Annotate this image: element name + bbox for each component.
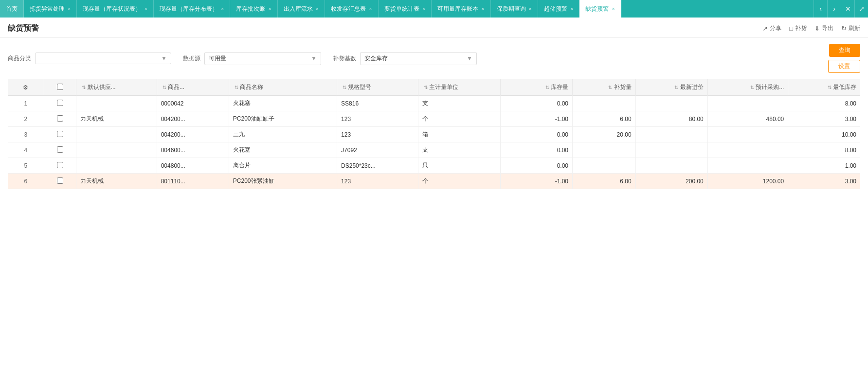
share-icon: ↗ (762, 25, 768, 32)
col-select-all[interactable] (44, 79, 76, 96)
tab-available[interactable]: 可用量库存账本 × (432, 0, 490, 18)
cell-checkbox[interactable] (44, 142, 76, 158)
cell-index: 5 (8, 158, 44, 174)
table-row: 4 004600... 火花塞 J7092 支 0.00 8.00 (8, 142, 860, 158)
tab-close-stock-dist[interactable]: × (221, 6, 224, 12)
export-button[interactable]: ⇓ 导出 (814, 24, 833, 33)
col-spec-header[interactable]: ⇅ 规格型号 (337, 79, 418, 96)
tab-prev-button[interactable]: ‹ (814, 0, 827, 18)
sort-icon-supplier: ⇅ (82, 85, 86, 90)
tab-close-expiry[interactable]: × (529, 6, 532, 12)
tab-summary[interactable]: 收发存汇总表 × (325, 0, 378, 18)
cell-spec: 123 (337, 127, 418, 142)
tab-close-stock-status[interactable]: × (144, 6, 147, 12)
tab-close-picking[interactable]: × (68, 6, 71, 12)
tab-shortage[interactable]: 缺货预警 × (579, 0, 621, 18)
tab-close-summary[interactable]: × (369, 6, 372, 12)
tab-next-button[interactable]: › (827, 0, 841, 18)
col-code-header[interactable]: ⇅ 商品... (157, 79, 229, 96)
filter-area: 商品分类 ▼ 数据源 可用量 ▼ 补货基数 安全库存 ▼ 查询 设置 (0, 38, 868, 79)
cell-stock: -1.00 (500, 174, 572, 189)
tab-close-shortage[interactable]: × (612, 6, 615, 12)
query-button[interactable]: 查询 (829, 44, 860, 57)
share-button[interactable]: ↗ 分享 (762, 24, 781, 33)
tab-bar: 首页 拣货异常处理 × 现存量（库存状况表） × 现存量（库存分布表） × 库存… (0, 0, 868, 18)
tab-stock-status[interactable]: 现存量（库存状况表） × (77, 0, 153, 18)
replenish-button[interactable]: □ 补货 (789, 24, 807, 33)
row-checkbox[interactable] (57, 146, 63, 153)
cell-unit: 个 (418, 174, 500, 189)
cell-checkbox[interactable] (44, 111, 76, 127)
col-price-header[interactable]: ⇅ 最新进价 (635, 79, 707, 96)
tab-close-available[interactable]: × (481, 6, 484, 12)
col-settings[interactable]: ⚙ (8, 79, 44, 96)
cell-min-stock: 10.00 (788, 127, 860, 142)
cell-price (635, 96, 707, 111)
cell-replenish: 6.00 (573, 111, 636, 127)
tab-close-overstock[interactable]: × (570, 6, 573, 12)
replenish-base-dropdown-icon: ▼ (467, 55, 472, 62)
refresh-button[interactable]: ↻ 刷新 (841, 24, 860, 33)
datasource-label: 数据源 (183, 54, 200, 63)
col-replenish-header[interactable]: ⇅ 补货量 (573, 79, 636, 96)
cell-code: 004800... (157, 158, 229, 174)
col-unit-header[interactable]: ⇅ 主计量单位 (418, 79, 500, 96)
col-estimate-header[interactable]: ⇅ 预计采购... (707, 79, 788, 96)
sort-icon-name: ⇅ (235, 85, 238, 90)
tab-close-all-button[interactable]: ✕ (841, 0, 854, 18)
row-checkbox[interactable] (57, 115, 63, 122)
cell-price: 200.00 (635, 174, 707, 189)
col-name-header[interactable]: ⇅ 商品名称 (229, 79, 337, 96)
table-row: 6 力天机械 801110... PC200张紧油缸 123 个 -1.00 6… (8, 174, 860, 189)
replenish-base-select[interactable]: 安全库存 ▼ (360, 52, 477, 65)
tab-close-batch[interactable]: × (268, 6, 271, 12)
tab-inout[interactable]: 出入库流水 × (278, 0, 325, 18)
cell-spec: 123 (337, 111, 418, 127)
category-select[interactable]: ▼ (35, 53, 171, 64)
tab-requisition[interactable]: 要货单统计表 × (379, 0, 432, 18)
cell-checkbox[interactable] (44, 158, 76, 174)
cell-name: 火花塞 (229, 142, 337, 158)
col-supplier-header[interactable]: ⇅ 默认供应... (76, 79, 157, 96)
cell-index: 2 (8, 111, 44, 127)
row-checkbox[interactable] (57, 162, 63, 168)
cell-name: PC200张紧油缸 (229, 174, 337, 189)
setting-button[interactable]: 设置 (828, 60, 860, 73)
col-min-stock-header[interactable]: ⇅ 最低库存 (788, 79, 860, 96)
cell-estimate (707, 158, 788, 174)
tab-overstock[interactable]: 超储预警 × (538, 0, 579, 18)
cell-unit: 支 (418, 96, 500, 111)
tab-batch[interactable]: 库存批次账 × (230, 0, 277, 18)
cell-supplier: 力天机械 (76, 111, 157, 127)
tab-picking[interactable]: 拣货异常处理 × (24, 0, 77, 18)
page-header: 缺货预警 ↗ 分享 □ 补货 ⇓ 导出 ↻ 刷新 (0, 18, 868, 38)
select-all-checkbox[interactable] (57, 84, 63, 90)
sort-icon-spec: ⇅ (343, 85, 346, 90)
tab-expiry[interactable]: 保质期查询 × (491, 0, 538, 18)
sort-icon-replenish: ⇅ (608, 85, 612, 90)
tab-close-inout[interactable]: × (316, 6, 319, 12)
row-checkbox[interactable] (57, 100, 63, 106)
cell-replenish (573, 142, 636, 158)
datasource-select[interactable]: 可用量 ▼ (204, 52, 321, 65)
cell-checkbox[interactable] (44, 127, 76, 142)
row-checkbox[interactable] (57, 131, 63, 137)
cell-checkbox[interactable] (44, 96, 76, 111)
tab-stock-dist[interactable]: 现存量（库存分布表） × (154, 0, 230, 18)
gear-icon: ⚙ (23, 84, 28, 91)
col-stock-header[interactable]: ⇅ 库存量 (500, 79, 572, 96)
cell-checkbox[interactable] (44, 174, 76, 189)
datasource-dropdown-icon: ▼ (311, 55, 317, 62)
cell-min-stock: 3.00 (788, 174, 860, 189)
cell-supplier (76, 142, 157, 158)
tab-close-requisition[interactable]: × (422, 6, 425, 12)
tab-expand-button[interactable]: ⤢ (854, 0, 868, 18)
row-checkbox[interactable] (57, 177, 63, 184)
cell-code: 004600... (157, 142, 229, 158)
cell-supplier (76, 158, 157, 174)
cell-supplier: 力天机械 (76, 174, 157, 189)
cell-price (635, 158, 707, 174)
tab-home[interactable]: 首页 (0, 0, 24, 18)
cell-min-stock: 3.00 (788, 111, 860, 127)
refresh-icon: ↻ (841, 25, 847, 32)
